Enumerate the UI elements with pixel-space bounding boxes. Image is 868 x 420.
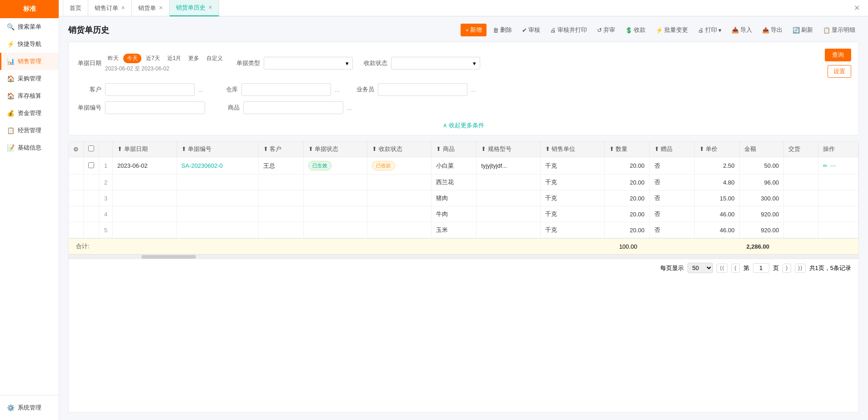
cell-checkbox[interactable] <box>84 175 99 190</box>
sidebar-item-basic-info[interactable]: 📝 基础信息 <box>0 139 59 156</box>
tab-home[interactable]: 首页 <box>63 0 88 16</box>
next-page-btn[interactable]: ⟩ <box>783 264 791 273</box>
filter-date: 单据日期 昨天 今天 近7天 近1月 更多 自定义 2023-06-02 至 2… <box>76 54 226 73</box>
cell-doc-status <box>303 190 367 206</box>
warehouse-more-btn[interactable]: ... <box>335 86 340 93</box>
delete-button[interactable]: 🗑 删除 <box>489 24 516 36</box>
print-button[interactable]: 🖨 打印 ▾ <box>694 24 725 36</box>
horizontal-scrollbar[interactable] <box>69 254 858 259</box>
date-today-btn[interactable]: 今天 <box>123 54 141 63</box>
col-spec[interactable]: ⬆ 规格型号 <box>477 141 541 157</box>
col-doc-no[interactable]: ⬆ 单据编号 <box>176 141 258 157</box>
audit-print-icon: 🖨 <box>550 27 556 34</box>
sidebar-item-finance[interactable]: 💰 资金管理 <box>0 105 59 122</box>
export-button[interactable]: 📤 导出 <box>758 24 786 36</box>
audit-button[interactable]: ✔ 审核 <box>518 24 544 36</box>
col-price[interactable]: ⬆ 单价 <box>694 141 739 157</box>
cell-checkbox[interactable] <box>84 190 99 206</box>
tab-sales-history[interactable]: 销货单历史 ✕ <box>170 0 219 16</box>
prev-page-btn[interactable]: ⟨ <box>731 264 740 273</box>
cell-checkbox[interactable] <box>84 206 99 222</box>
col-qty[interactable]: ⬆ 数量 <box>604 141 649 157</box>
collect-button[interactable]: 💲 收款 <box>622 24 649 36</box>
date-yesterday-btn[interactable]: 昨天 <box>105 54 121 63</box>
doc-no-input[interactable] <box>105 101 205 114</box>
customer-input[interactable] <box>105 83 195 96</box>
col-pay-status[interactable]: ⬆ 收款状态 <box>367 141 431 157</box>
pay-status-select[interactable]: ▾ <box>391 57 480 70</box>
import-button[interactable]: 📥 导入 <box>728 24 756 36</box>
date-1month-btn[interactable]: 近1月 <box>165 54 184 63</box>
last-page-btn[interactable]: ⟩⟩ <box>795 264 806 273</box>
tab-sales-order[interactable]: 销售订单 ✕ <box>88 0 132 16</box>
row-checkbox[interactable] <box>88 162 94 168</box>
customer-more-btn[interactable]: ... <box>198 86 203 93</box>
staff-input[interactable] <box>378 83 467 96</box>
cell-checkbox[interactable] <box>84 157 99 175</box>
toolbar: + 新增 🗑 删除 ✔ 审核 🖨 审核并打印 ↺ 弃审 <box>461 24 859 36</box>
abandon-button[interactable]: ↺ 弃审 <box>593 24 619 36</box>
cell-checkbox[interactable] <box>84 222 99 238</box>
sidebar-item-label: 快捷导航 <box>18 40 41 48</box>
main-content: 首页 销售订单 ✕ 销货单 ✕ 销货单历史 ✕ ✕ 销货单历史 + 新增 <box>59 0 868 420</box>
cell-price: 2.50 <box>694 157 739 175</box>
cell-price: 46.00 <box>694 222 739 238</box>
tab-sales-delivery[interactable]: 销货单 ✕ <box>132 0 170 16</box>
cell-doc-no <box>176 190 258 206</box>
query-button[interactable]: 查询 <box>825 49 851 61</box>
col-gift[interactable]: ⬆ 赠品 <box>649 141 694 157</box>
cell-action <box>818 222 858 238</box>
page-input[interactable] <box>753 263 769 273</box>
col-unit[interactable]: ⬆ 销售单位 <box>540 141 604 157</box>
setting-button[interactable]: 设置 <box>828 65 851 78</box>
sidebar-item-system-mgmt[interactable]: ⚙️ 系统管理 <box>0 399 59 416</box>
more-action-btn[interactable]: ⋯ <box>830 163 836 169</box>
pagination-bar: 每页显示 50 100 200 ⟨⟨ ⟨ 第 页 ⟩ ⟩⟩ 共1页，5条记录 <box>69 259 858 277</box>
cell-doc-date: 2023-06-02 <box>113 157 177 175</box>
tab-sales-delivery-close[interactable]: ✕ <box>159 5 163 11</box>
batch-change-button[interactable]: ⚡ 批量变更 <box>652 24 692 36</box>
tab-sales-order-close[interactable]: ✕ <box>121 5 125 11</box>
new-button[interactable]: + 新增 <box>461 24 487 36</box>
staff-more-btn[interactable]: ... <box>471 86 476 93</box>
col-settings[interactable]: ⚙ <box>69 141 84 157</box>
data-table-container: ⚙ ⬆ 单据日期 ⬆ 单据编号 ⬆ 客户 ⬆ 单据状态 <box>68 141 859 413</box>
warehouse-input[interactable] <box>241 83 331 96</box>
sidebar-item-purchase-mgmt[interactable]: 🏠 采购管理 <box>0 70 59 87</box>
sidebar-item-sales-mgmt[interactable]: 📊 销售管理 <box>0 53 59 70</box>
doc-status-badge: 已生效 <box>308 161 331 170</box>
doc-type-select[interactable]: ▾ <box>264 57 353 70</box>
filter-collapse-btn[interactable]: ∧ 收起更多条件 <box>76 120 851 131</box>
refresh-button[interactable]: 🔄 刷新 <box>789 24 817 36</box>
col-doc-date[interactable]: ⬆ 单据日期 <box>113 141 177 157</box>
tab-sales-history-close[interactable]: ✕ <box>208 5 212 10</box>
sidebar-item-label: 销售管理 <box>18 57 41 65</box>
scrollbar-thumb[interactable] <box>141 255 196 259</box>
goods-input[interactable] <box>243 101 343 114</box>
sidebar-item-search-menu[interactable]: 🔍 搜索菜单 <box>0 18 59 35</box>
first-page-btn[interactable]: ⟨⟨ <box>717 264 728 273</box>
col-doc-status[interactable]: ⬆ 单据状态 <box>303 141 367 157</box>
total-info: 共1页，5条记录 <box>809 264 851 272</box>
sidebar-item-quick-nav[interactable]: ⚡ 快捷导航 <box>0 35 59 53</box>
col-checkbox[interactable] <box>84 141 99 157</box>
col-customer[interactable]: ⬆ 客户 <box>258 141 303 157</box>
show-detail-button[interactable]: 📋 显示明细 <box>819 24 859 36</box>
sidebar-item-operations[interactable]: 📋 经营管理 <box>0 122 59 139</box>
select-all-checkbox[interactable] <box>88 145 94 151</box>
date-more-btn[interactable]: 更多 <box>186 54 202 63</box>
window-close-button[interactable]: ✕ <box>849 2 864 14</box>
sidebar-item-label: 基础信息 <box>18 144 41 152</box>
cell-doc-no[interactable]: SA-20230602-0 <box>176 157 258 175</box>
col-goods[interactable]: ⬆ 商品 <box>431 141 477 157</box>
audit-print-button[interactable]: 🖨 审核并打印 <box>547 24 591 36</box>
goods-more-btn[interactable]: ... <box>347 105 352 111</box>
edit-action-btn[interactable]: ✏ <box>823 163 828 169</box>
page-size-select[interactable]: 50 100 200 <box>687 263 713 273</box>
date-custom-btn[interactable]: 自定义 <box>204 54 226 63</box>
cell-settings <box>69 190 84 206</box>
sidebar-item-inventory[interactable]: 🏠 库存核算 <box>0 87 59 105</box>
date-7days-btn[interactable]: 近7天 <box>143 54 163 63</box>
cell-gift: 否 <box>649 222 694 238</box>
cell-action <box>818 175 858 190</box>
